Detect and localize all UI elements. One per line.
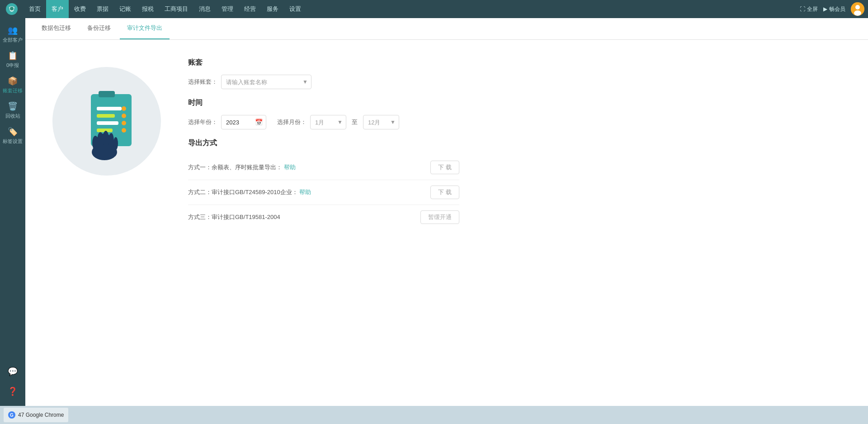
nav-customer[interactable]: 客户: [46, 0, 69, 18]
taskbar-chrome-item[interactable]: G 47 Google Chrome: [4, 408, 68, 422]
tag-settings-icon: 🏷️: [8, 127, 18, 137]
month-end-wrapper: 1月2月3月4月 5月6月7月8月 9月10月11月 12月 ▼: [363, 115, 399, 129]
export-method-3-row: 方式三：审计接口GB/T19581-2004 暂缓开通: [188, 205, 459, 229]
sidebar-item-all-customers[interactable]: 👥 全部客户: [0, 22, 25, 47]
sidebar-item-tag-settings[interactable]: 🏷️ 标签设置: [0, 123, 25, 148]
month-start-select[interactable]: 1月2月3月4月 5月6月7月8月 9月10月11月12月: [310, 115, 346, 129]
month-end-select[interactable]: 1月2月3月4月 5月6月7月8月 9月10月11月 12月: [363, 115, 399, 129]
svg-rect-6: [99, 91, 115, 97]
svg-point-12: [122, 114, 126, 118]
all-customers-icon: 👥: [8, 25, 18, 35]
year-input-wrapper: 📅: [221, 115, 266, 129]
vip-icon: ▶: [823, 6, 827, 12]
top-navigation: 首页 客户 收费 票据 记账 报税 工商项目 消息 管理 经营 服务 设置 ⛶ …: [0, 0, 868, 18]
tab-data-migration[interactable]: 数据包迁移: [34, 18, 78, 39]
sidebar-bottom: 💬 ❓: [0, 362, 25, 406]
svg-point-3: [855, 5, 860, 10]
nav-message[interactable]: 消息: [193, 0, 216, 18]
month-start-wrapper: 1月2月3月4月 5月6月7月8月 9月10月11月12月 ▼: [310, 115, 346, 129]
nav-business[interactable]: 工商项目: [159, 0, 193, 18]
account-select-row: 选择账套： 请输入账套名称 ▼: [188, 75, 459, 89]
nav-tax[interactable]: 报税: [137, 0, 159, 18]
method-1-help-link[interactable]: 帮助: [284, 164, 296, 171]
time-row: 选择年份： 📅 选择月份： 1月2月3月4月 5月6月7月8月 9月10月11月…: [188, 115, 459, 129]
fullscreen-button[interactable]: ⛶ 全屏: [800, 5, 818, 13]
content-area: 数据包迁移 备份迁移 审计文件导出: [25, 18, 868, 406]
year-label: 选择年份：: [188, 118, 217, 126]
month-label: 选择月份：: [277, 118, 307, 126]
export-method-2-row: 方式二：审计接口GB/T24589-2010企业： 帮助 下 载: [188, 180, 459, 205]
form-area: 账套 选择账套： 请输入账套名称 ▼ 时间 选择年份：: [188, 58, 459, 388]
time-separator: 至: [350, 118, 359, 126]
svg-rect-7: [97, 107, 122, 110]
taskbar: G 47 Google Chrome: [0, 406, 868, 424]
year-input[interactable]: [221, 115, 266, 129]
svg-rect-9: [97, 121, 118, 125]
method-2-help-link[interactable]: 帮助: [299, 189, 311, 195]
account-select[interactable]: 请输入账套名称: [221, 75, 311, 89]
account-select-label: 选择账套：: [188, 78, 217, 86]
main-layout: 👥 全部客户 📋 0申报 📦 账套迁移 🗑️ 回收站 🏷️ 标签设置 💬 ❓ 数…: [0, 18, 868, 406]
nav-accounting[interactable]: 记账: [114, 0, 137, 18]
nav-fee[interactable]: 收费: [69, 0, 91, 18]
svg-point-14: [122, 128, 126, 133]
nav-home[interactable]: 首页: [24, 0, 46, 18]
nav-menu: 首页 客户 收费 票据 记账 报税 工商项目 消息 管理 经营 服务 设置: [24, 0, 800, 18]
illustration-svg: [66, 76, 147, 167]
method-2-text: 方式二：审计接口GB/T24589-2010企业： 帮助: [188, 188, 311, 196]
nav-service[interactable]: 服务: [261, 0, 284, 18]
svg-rect-8: [97, 114, 115, 118]
nav-settings[interactable]: 设置: [284, 0, 307, 18]
method-3-coming-soon-button: 暂缓开通: [420, 210, 459, 224]
illustration-area: [52, 58, 161, 388]
svg-point-11: [122, 106, 126, 111]
sidebar-item-recycle[interactable]: 🗑️ 回收站: [0, 98, 25, 123]
account-select-wrapper: 请输入账套名称 ▼: [221, 75, 311, 89]
page-content: 账套 选择账套： 请输入账套名称 ▼ 时间 选择年份：: [25, 40, 868, 406]
svg-point-1: [10, 7, 14, 10]
app-logo: [4, 1, 20, 17]
nav-invoice[interactable]: 票据: [91, 0, 114, 18]
tab-bar: 数据包迁移 备份迁移 审计文件导出: [25, 18, 868, 40]
method-2-download-button[interactable]: 下 载: [430, 186, 459, 199]
svg-point-20: [108, 133, 114, 148]
nav-operations[interactable]: 经营: [239, 0, 261, 18]
recycle-icon: 🗑️: [8, 101, 18, 111]
user-avatar[interactable]: [851, 2, 864, 16]
account-migration-icon: 📦: [8, 76, 18, 86]
svg-point-13: [122, 121, 126, 125]
export-section-title: 导出方式: [188, 138, 459, 148]
method-3-text: 方式三：审计接口GB/T19581-2004: [188, 213, 280, 221]
illustration-circle: [52, 67, 161, 176]
nav-right-area: ⛶ 全屏 ▶ 畅会员: [800, 2, 864, 16]
sidebar-help-button[interactable]: ❓: [0, 382, 25, 400]
method-1-text: 方式一：余额表、序时账批量导出： 帮助: [188, 163, 296, 172]
svg-point-21: [113, 137, 118, 150]
svg-point-19: [103, 131, 109, 148]
time-section-title: 时间: [188, 98, 459, 108]
export-method-1-row: 方式一：余额表、序时账批量导出： 帮助 下 载: [188, 155, 459, 180]
svg-point-18: [97, 132, 104, 148]
tab-backup-migration[interactable]: 备份迁移: [80, 18, 118, 39]
sidebar-chat-button[interactable]: 💬: [0, 362, 25, 381]
chrome-icon: G: [8, 411, 15, 419]
sidebar-item-zero-declare[interactable]: 📋 0申报: [0, 47, 25, 72]
method-1-download-button[interactable]: 下 载: [430, 161, 459, 174]
account-section-title: 账套: [188, 58, 459, 67]
tab-audit-export[interactable]: 审计文件导出: [120, 18, 170, 39]
sidebar: 👥 全部客户 📋 0申报 📦 账套迁移 🗑️ 回收站 🏷️ 标签设置 💬 ❓: [0, 18, 25, 406]
zero-declare-icon: 📋: [8, 51, 18, 61]
svg-point-4: [854, 10, 861, 16]
fullscreen-icon: ⛶: [800, 6, 805, 12]
nav-management[interactable]: 管理: [216, 0, 239, 18]
sidebar-item-account-migration[interactable]: 📦 账套迁移: [0, 72, 25, 98]
vip-button[interactable]: ▶ 畅会员: [823, 5, 845, 13]
